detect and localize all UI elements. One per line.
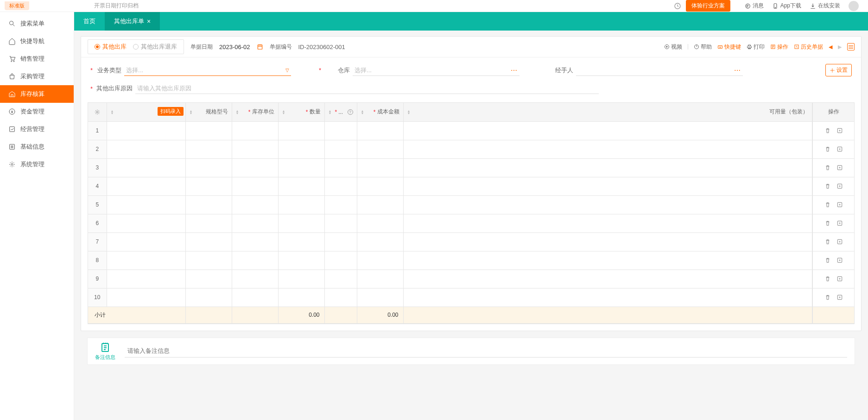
delete-icon[interactable] <box>824 294 831 301</box>
radio-other-out[interactable]: 其他出库 <box>95 43 127 51</box>
doc-date-label: 单据日期 <box>190 43 213 51</box>
chevron-down-icon: ▽ <box>285 68 289 73</box>
add-icon[interactable] <box>836 164 843 171</box>
clock-icon[interactable] <box>674 2 681 10</box>
operations-link[interactable]: 操作 <box>770 43 788 51</box>
calendar-icon[interactable] <box>257 44 263 50</box>
more-icon[interactable]: ⋯ <box>511 67 518 74</box>
sidebar-item-system[interactable]: 系统管理 <box>0 156 74 173</box>
radio-other-out-return[interactable]: 其他出库退库 <box>133 43 177 51</box>
topbar-hint: 开票日期打印归档 <box>94 2 139 10</box>
delete-icon[interactable] <box>824 238 831 245</box>
delete-icon[interactable] <box>824 183 831 189</box>
svg-point-4 <box>11 61 12 62</box>
list-view-icon[interactable] <box>847 43 855 50</box>
help-icon[interactable]: ? <box>348 109 353 115</box>
delete-icon[interactable] <box>824 220 831 226</box>
doc-num-value: ID-20230602-001 <box>298 44 345 50</box>
search-icon <box>8 20 16 27</box>
sidebar-item-funds[interactable]: 资金管理 <box>0 103 74 120</box>
sidebar-item-purchase[interactable]: 采购管理 <box>0 68 74 85</box>
sidebar-item-inventory[interactable]: 库存核算 <box>0 85 74 103</box>
industry-plan-button[interactable]: 体验行业方案 <box>686 0 730 12</box>
delete-icon[interactable] <box>824 257 831 263</box>
settings-button[interactable]: 设置 <box>825 64 852 76</box>
install-link[interactable]: 在线安装 <box>810 2 840 10</box>
avatar[interactable] <box>849 1 859 11</box>
add-icon[interactable] <box>836 183 843 189</box>
home-icon <box>8 38 16 45</box>
doc-panel: 其他出库 其他出库退库 单据日期 2023-06-02 单据编号 ID-2023… <box>81 36 862 331</box>
scan-tag[interactable]: 扫码录入 <box>158 107 184 116</box>
svg-point-3 <box>10 21 13 25</box>
delete-icon[interactable] <box>824 164 831 171</box>
sidebar-item-quick-nav[interactable]: 快捷导航 <box>0 32 74 50</box>
table-row[interactable]: 1 <box>88 121 812 140</box>
messages-link[interactable]: 消息 <box>744 2 764 10</box>
table-row[interactable]: 5 <box>88 195 812 214</box>
handler-select[interactable] <box>576 65 743 76</box>
add-icon[interactable] <box>836 238 843 245</box>
sidebar-item-operations[interactable]: 经营管理 <box>0 120 74 138</box>
header-actions: 视频 帮助 快捷键 打印 操作 历史单据 ◀ ▶ <box>664 43 855 51</box>
add-icon[interactable] <box>836 201 843 208</box>
subtotal-row: 小计 0.00 0.00 <box>88 307 812 323</box>
sidebar-item-search-menu[interactable]: 搜索菜单 <box>0 15 74 32</box>
table-row[interactable]: 7 <box>88 232 812 251</box>
more-icon[interactable]: ⋯ <box>734 67 741 74</box>
remarks-section: 备注信息 <box>87 338 855 365</box>
biztype-field: *业务类型 ▽ <box>90 64 291 76</box>
close-icon[interactable]: × <box>147 18 151 25</box>
edition-badge: 标准版 <box>5 1 29 10</box>
warehouse-field: *仓库 ⋯ <box>319 64 520 76</box>
add-icon[interactable] <box>836 127 843 134</box>
doc-date-value[interactable]: 2023-06-02 <box>219 44 250 50</box>
gear-icon <box>8 161 16 168</box>
add-icon[interactable] <box>836 220 843 226</box>
history-link[interactable]: 历史单据 <box>794 43 823 51</box>
add-icon[interactable] <box>836 276 843 282</box>
reason-input[interactable] <box>135 83 599 94</box>
help-link[interactable]: 帮助 <box>694 43 712 51</box>
sidebar-item-sales[interactable]: 销售管理 <box>0 50 74 68</box>
tabs: 首页 其他出库单× <box>74 12 868 31</box>
gear-icon[interactable] <box>94 109 101 115</box>
sidebar: 搜索菜单 快捷导航 销售管理 采购管理 库存核算 资金管理 经营管理 基础信息 … <box>0 12 74 420</box>
print-link[interactable]: 打印 <box>747 43 765 51</box>
cart-icon <box>8 55 16 63</box>
delete-icon[interactable] <box>824 146 831 152</box>
remarks-input[interactable] <box>125 345 847 357</box>
tab-home[interactable]: 首页 <box>74 12 105 31</box>
table-row[interactable]: 10 <box>88 288 812 307</box>
table-row[interactable]: 3 <box>88 158 812 177</box>
table-row[interactable]: 4 <box>88 177 812 195</box>
sidebar-item-basic[interactable]: 基础信息 <box>0 138 74 156</box>
tab-other-outbound[interactable]: 其他出库单× <box>105 12 160 31</box>
form-row-2: *其他出库原因 <box>81 83 861 100</box>
notes-icon <box>100 342 111 353</box>
table-row[interactable]: 9 <box>88 270 812 288</box>
main: 首页 其他出库单× 其他出库 其他出库退库 单据日期 2023-06-02 单据… <box>74 12 868 420</box>
svg-point-2 <box>775 7 775 7</box>
add-icon[interactable] <box>836 146 843 152</box>
add-icon[interactable] <box>836 257 843 263</box>
delete-icon[interactable] <box>824 201 831 208</box>
prev-icon[interactable]: ◀ <box>829 44 832 50</box>
next-icon[interactable]: ▶ <box>838 44 842 50</box>
table-row[interactable]: 8 <box>88 251 812 270</box>
biztype-select[interactable] <box>124 65 291 76</box>
svg-rect-13 <box>718 46 722 49</box>
svg-point-5 <box>13 61 14 62</box>
delete-icon[interactable] <box>824 127 831 134</box>
table-row[interactable]: 2 <box>88 140 812 158</box>
delete-icon[interactable] <box>824 276 831 282</box>
shortcut-link[interactable]: 快捷键 <box>717 43 741 51</box>
add-icon[interactable] <box>836 294 843 301</box>
doc-num-label: 单据编号 <box>270 43 292 51</box>
table-row[interactable]: 6 <box>88 214 812 232</box>
svg-point-16 <box>832 69 833 71</box>
video-link[interactable]: 视频 <box>664 43 682 51</box>
app-download-link[interactable]: App下载 <box>772 2 801 10</box>
topbar-left: 开票日期打印归档 体验行业方案 <box>29 0 744 12</box>
warehouse-select[interactable] <box>353 65 520 76</box>
